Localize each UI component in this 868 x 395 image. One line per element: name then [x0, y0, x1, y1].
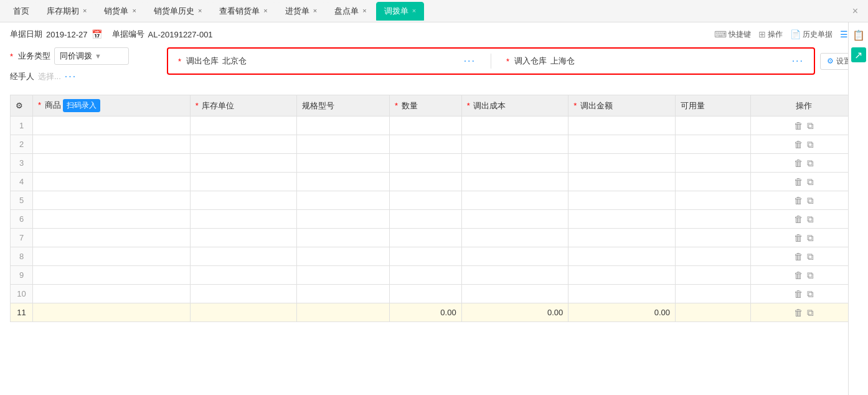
tab-sales-order-close[interactable]: ×	[132, 7, 136, 14]
history-docs-btn[interactable]: 📄 历史单据	[790, 29, 833, 40]
cell-cost[interactable]	[461, 154, 568, 173]
cell-amount[interactable]	[568, 135, 676, 154]
cell-available[interactable]	[675, 285, 750, 303]
cell-available[interactable]	[675, 210, 750, 229]
cell-product[interactable]	[33, 154, 191, 173]
cell-qty[interactable]	[390, 247, 462, 266]
copy-icon[interactable]: ⧉	[807, 120, 814, 131]
tab-inventory-init[interactable]: 库存期初 ×	[39, 2, 95, 21]
cell-qty[interactable]	[390, 285, 462, 303]
cell-qty[interactable]	[390, 266, 462, 285]
operations-btn[interactable]: ⊞ 操作	[758, 29, 783, 40]
cell-available[interactable]	[675, 173, 750, 191]
tab-transfer-close[interactable]: ×	[412, 7, 416, 14]
cell-product[interactable]	[33, 285, 191, 303]
cell-product[interactable]	[33, 135, 191, 154]
cell-spec[interactable]	[297, 173, 390, 191]
cell-qty[interactable]	[390, 229, 462, 247]
cell-qty[interactable]	[390, 117, 462, 135]
copy-icon[interactable]: ⧉	[807, 176, 814, 188]
business-type-select[interactable]: 同价调拨 ▼	[54, 47, 129, 65]
cell-product[interactable]	[33, 173, 191, 191]
th-gear[interactable]: ⚙	[11, 95, 33, 117]
copy-icon[interactable]: ⧉	[807, 139, 814, 150]
tab-transfer[interactable]: 调拨单 ×	[376, 2, 424, 21]
quick-keys-btn[interactable]: ⌨ 快捷键	[714, 29, 751, 40]
copy-icon[interactable]: ⧉	[807, 288, 814, 300]
delete-icon[interactable]: 🗑	[794, 158, 803, 168]
tab-view-sales[interactable]: 查看销货单 ×	[211, 2, 275, 21]
cell-cost[interactable]	[461, 229, 568, 247]
cell-amount[interactable]	[568, 285, 676, 303]
cell-product[interactable]	[33, 117, 191, 135]
cell-amount[interactable]	[568, 191, 676, 210]
cell-cost[interactable]	[461, 191, 568, 210]
cell-spec[interactable]	[297, 229, 390, 247]
cell-cost[interactable]	[461, 285, 568, 303]
cell-qty[interactable]	[390, 154, 462, 173]
tab-purchase-close[interactable]: ×	[313, 7, 317, 14]
scan-btn[interactable]: 扫码录入	[63, 99, 100, 112]
in-warehouse-value[interactable]: 上海仓	[550, 55, 788, 67]
cell-spec[interactable]	[297, 135, 390, 154]
cell-spec[interactable]	[297, 154, 390, 173]
cell-unit[interactable]	[190, 247, 297, 266]
cell-unit[interactable]	[190, 191, 297, 210]
copy-icon[interactable]: ⧉	[807, 307, 814, 318]
cell-product[interactable]	[33, 191, 191, 210]
cell-unit[interactable]	[190, 285, 297, 303]
delete-icon[interactable]: 🗑	[794, 307, 803, 318]
cell-product[interactable]	[33, 266, 191, 285]
delete-icon[interactable]: 🗑	[794, 232, 803, 243]
cell-qty[interactable]	[390, 135, 462, 154]
tab-stocktake-close[interactable]: ×	[362, 7, 366, 14]
cell-available[interactable]	[675, 135, 750, 154]
cell-cost[interactable]	[461, 210, 568, 229]
cell-available[interactable]	[675, 117, 750, 135]
cell-available[interactable]	[675, 191, 750, 210]
cell-cost[interactable]	[461, 173, 568, 191]
tab-sales-history-close[interactable]: ×	[198, 7, 202, 14]
sidebar-export-icon[interactable]: ↗	[851, 47, 866, 62]
copy-icon[interactable]: ⧉	[807, 232, 814, 244]
delete-icon[interactable]: 🗑	[794, 288, 803, 299]
cell-unit[interactable]	[190, 210, 297, 229]
cell-product[interactable]	[33, 247, 191, 266]
delete-icon[interactable]: 🗑	[794, 214, 803, 224]
cell-unit[interactable]	[190, 135, 297, 154]
cell-amount[interactable]	[568, 154, 676, 173]
person-more-btn[interactable]: ···	[65, 71, 77, 82]
delete-icon[interactable]: 🗑	[794, 139, 803, 150]
tab-stocktake[interactable]: 盘点单 ×	[326, 2, 374, 21]
cell-spec[interactable]	[297, 210, 390, 229]
layout-list-icon[interactable]: ☰	[840, 29, 848, 39]
date-value[interactable]: 2019-12-27	[46, 30, 88, 39]
cell-spec[interactable]	[297, 266, 390, 285]
cell-qty[interactable]	[390, 210, 462, 229]
out-warehouse-value[interactable]: 北京仓	[222, 55, 460, 67]
out-warehouse-more-btn[interactable]: ···	[464, 55, 476, 67]
cell-cost[interactable]	[461, 117, 568, 135]
cell-spec[interactable]	[297, 117, 390, 135]
cell-unit[interactable]	[190, 173, 297, 191]
tab-sales-order[interactable]: 销货单 ×	[96, 2, 144, 21]
cell-cost[interactable]	[461, 247, 568, 266]
sidebar-doc-icon[interactable]: 📋	[851, 27, 866, 42]
cell-amount[interactable]	[568, 117, 676, 135]
window-close-icon[interactable]: ×	[847, 6, 863, 17]
cell-available[interactable]	[675, 154, 750, 173]
tab-sales-history[interactable]: 销货单历史 ×	[146, 2, 210, 21]
copy-icon[interactable]: ⧉	[807, 214, 814, 225]
delete-icon[interactable]: 🗑	[794, 120, 803, 131]
tab-view-sales-close[interactable]: ×	[263, 7, 267, 14]
delete-icon[interactable]: 🗑	[794, 251, 803, 262]
cell-amount[interactable]	[568, 210, 676, 229]
cell-spec[interactable]	[297, 191, 390, 210]
cell-cost[interactable]	[461, 135, 568, 154]
cell-unit[interactable]	[190, 154, 297, 173]
delete-icon[interactable]: 🗑	[794, 195, 803, 206]
calendar-icon[interactable]: 📅	[92, 29, 102, 39]
cell-available[interactable]	[675, 266, 750, 285]
cell-product[interactable]	[33, 210, 191, 229]
cell-product[interactable]	[33, 229, 191, 247]
